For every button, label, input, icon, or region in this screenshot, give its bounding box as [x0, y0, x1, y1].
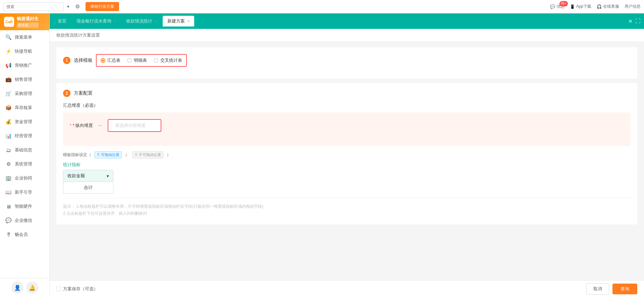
- quick-nav-icon: ⚡: [5, 48, 11, 54]
- search-menu-icon: 🔍: [5, 34, 11, 40]
- sidebar-item-guide[interactable]: 📖 新手引导: [0, 185, 49, 199]
- sidebar-item-hardware[interactable]: 🖥 智能硬件: [0, 199, 49, 213]
- radio-cross-label: 交叉统计表: [160, 57, 182, 63]
- sidebar-item-label: 企业协同: [15, 175, 32, 181]
- guide-icon: 📖: [5, 189, 11, 195]
- sidebar-bottom-btn2[interactable]: 🔔: [26, 282, 38, 294]
- service-icon: 🎧: [597, 4, 602, 9]
- sidebar-bottom: 👤 🔔: [0, 278, 49, 297]
- tab-receivables-close[interactable]: ×: [155, 19, 157, 23]
- hint-line-1: 提示： 1.拖动标题栏可以调整布局，不可跨维度或指标区域拖动栏目字段(只能在同一…: [63, 204, 631, 209]
- logo-area: CaR 畅捷通好生 标准版: [0, 13, 49, 30]
- message-item[interactable]: 💬 消息 99+: [550, 4, 565, 9]
- metrics-table-header[interactable]: 收款金额 ▾: [63, 170, 113, 182]
- basic-info-icon: 🗂: [5, 147, 11, 153]
- tab-receivables-label: 收款情况统计: [126, 18, 152, 24]
- sidebar-item-label: 搜索菜单: [15, 34, 32, 40]
- sidebar-item-purchase[interactable]: 🛒 采购管理: [0, 87, 49, 101]
- sidebar-item-finance[interactable]: 💰 资金管理: [0, 115, 49, 129]
- tab-newplan[interactable]: 新建方案 ×: [163, 16, 194, 27]
- metrics-col-dropdown-icon[interactable]: ▾: [107, 174, 109, 179]
- save-label: 方案保存（可选）: [63, 286, 98, 292]
- tab-receivables[interactable]: 收款情况统计 ×: [121, 16, 162, 27]
- save-option: 方案保存（可选）: [56, 286, 98, 292]
- content-area: 收款情况统计方案设置 1 选择模板 汇总表: [50, 29, 644, 280]
- metrics-separator: ）: [125, 152, 129, 158]
- radio-cross[interactable]: 交叉统计表: [154, 57, 182, 63]
- dimension-select[interactable]: 请选择分组维度: [108, 119, 161, 132]
- required-star: *: [70, 123, 71, 128]
- member-icon: 🎖: [5, 232, 11, 238]
- sidebar-item-enterprise[interactable]: 🏢 企业协同: [0, 171, 49, 185]
- radio-detail[interactable]: 明细表: [127, 57, 147, 63]
- tab-home-label: 首页: [58, 18, 66, 24]
- tab-newplan-close[interactable]: ×: [187, 19, 190, 23]
- sidebar-item-search[interactable]: 🔍 搜索菜单: [0, 30, 49, 44]
- top-bar-right: 💬 消息 99+ 📱 App下载 🎧 在线客服 用户信息: [550, 4, 641, 9]
- sidebar-item-member[interactable]: 🎖 畅会员: [0, 228, 49, 242]
- operations-icon: 📊: [5, 133, 11, 139]
- sidebar-item-operations[interactable]: 📊 经营管理: [0, 129, 49, 143]
- metrics-title-text: 模板指标设定（: [63, 152, 91, 158]
- app-container: CaR 畅捷通好生 标准版 🔍 搜索菜单 ⚡ 快捷导航 📢 营销推广 💼 销售管…: [0, 13, 644, 297]
- tab-cashflow-label: 现金银行流水查询: [76, 18, 111, 24]
- radio-detail-circle: [127, 58, 132, 63]
- save-checkbox[interactable]: [56, 287, 61, 291]
- radio-cross-circle: [154, 58, 158, 63]
- service-label: 在线客服: [603, 4, 619, 9]
- divider: [63, 198, 631, 198]
- tab-cashflow[interactable]: 现金银行流水查询 ×: [72, 16, 121, 27]
- metrics-grid: 统计指标 收款金额 ▾ 合计: [63, 162, 631, 195]
- sidebar-item-sales[interactable]: 💼 销售管理: [0, 72, 49, 87]
- sidebar-item-label: 库存核算: [15, 105, 32, 111]
- tab-maximize-icon[interactable]: ⛶: [635, 18, 641, 24]
- tab-cashflow-close[interactable]: ×: [114, 19, 116, 23]
- sidebar-item-label: 企业微信: [15, 217, 32, 224]
- radio-detail-label: 明细表: [134, 57, 147, 63]
- message-badge: 99+: [559, 1, 568, 6]
- sidebar-item-label: 销售管理: [15, 77, 32, 83]
- vertical-dim-text: * 纵向维度: [73, 123, 93, 128]
- cancel-button[interactable]: 取消: [586, 283, 609, 295]
- radio-summary-circle: [101, 58, 105, 63]
- sidebar-item-label: 智能硬件: [15, 203, 32, 209]
- top-bar-left: ▾ ⚙ 体验行业方案: [3, 2, 119, 11]
- metrics-table-cell: 合计: [63, 182, 113, 193]
- radio-summary[interactable]: 汇总表: [101, 57, 120, 63]
- step2-header: 2 方案配置: [63, 90, 631, 97]
- service-item[interactable]: 🎧 在线客服: [597, 4, 619, 9]
- sales-icon: 💼: [5, 77, 11, 83]
- bracket-close: ）: [167, 152, 171, 158]
- tab-home[interactable]: 首页: [53, 16, 71, 27]
- step2-title: 方案配置: [74, 90, 93, 96]
- sidebar-item-label: 基础信息: [15, 147, 32, 153]
- sidebar-item-system[interactable]: ⚙ 系统管理: [0, 157, 49, 171]
- finance-icon: 💰: [5, 119, 11, 125]
- hint-line-2: 2.点击标题栏下拉可设置排序、插入列和删除列: [63, 211, 631, 216]
- sidebar-item-marketing[interactable]: 📢 营销推广: [0, 58, 49, 72]
- sidebar-bottom-btn1[interactable]: 👤: [11, 282, 23, 294]
- sidebar-item-inventory[interactable]: 📦 库存核算: [0, 101, 49, 115]
- download-label: App下载: [576, 4, 591, 9]
- step2-badge: 2: [63, 90, 70, 97]
- search-input[interactable]: [3, 2, 64, 11]
- top-bar: ▾ ⚙ 体验行业方案 💬 消息 99+ 📱 App下载 🎧 在线客服 用户信息: [0, 0, 644, 13]
- page-header: 收款情况统计方案设置: [50, 29, 644, 42]
- dimension-arrow: —: [98, 123, 102, 128]
- logo-badge: 标准版: [17, 22, 39, 28]
- download-item[interactable]: 📱 App下载: [570, 4, 591, 9]
- sidebar-item-quicknav[interactable]: ⚡ 快捷导航: [0, 44, 49, 58]
- sidebar-item-basic[interactable]: 🗂 基础信息: [0, 143, 49, 157]
- main-area: 首页 现金银行流水查询 × 收款情况统计 × 新建方案 × ✕ ⛶ 收: [50, 13, 644, 297]
- non-draggable-label: 不可拖动位置: [139, 152, 161, 157]
- industry-btn[interactable]: 体验行业方案: [86, 2, 119, 11]
- query-button[interactable]: 查询: [612, 284, 637, 294]
- dropdown-toggle[interactable]: ▾: [67, 4, 69, 9]
- hint-section: 提示： 1.拖动标题栏可以调整布局，不可跨维度或指标区域拖动栏目字段(只能在同一…: [63, 204, 631, 216]
- template-selector: 汇总表 明细表 交叉统计表: [96, 54, 187, 67]
- settings-icon[interactable]: ⚙: [73, 2, 82, 11]
- sidebar-item-wechat[interactable]: 💬 企业微信: [0, 213, 49, 228]
- tab-bar: 首页 现金银行流水查询 × 收款情况统计 × 新建方案 × ✕ ⛶: [50, 13, 644, 29]
- tab-close-window-icon[interactable]: ✕: [628, 18, 633, 24]
- user-info[interactable]: 用户信息: [625, 4, 641, 9]
